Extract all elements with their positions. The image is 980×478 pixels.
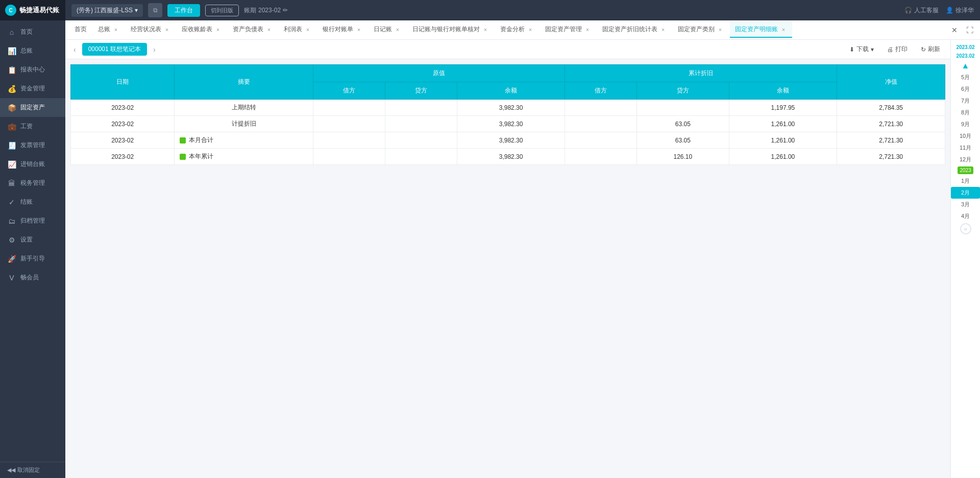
company-name: (劳务) 江西服盛-LSS xyxy=(77,6,133,15)
print-icon: 🖨 xyxy=(887,46,893,53)
refresh-button[interactable]: ↻ 刷新 xyxy=(917,43,944,56)
sidebar-item-capital[interactable]: 💰 资金管理 xyxy=(0,79,65,98)
tab-close-ledger[interactable]: × xyxy=(112,26,119,33)
workbench-button[interactable]: 工作台 xyxy=(167,4,200,17)
timeline-year-badge[interactable]: 2023 xyxy=(958,166,973,174)
cell-orig-debit-1 xyxy=(313,116,385,132)
ledger-label: 总账 xyxy=(20,46,33,55)
sidebar-item-home[interactable]: ⌂ 首页 xyxy=(0,22,65,41)
tab-profit[interactable]: 利润表× xyxy=(279,22,316,38)
settings-label: 设置 xyxy=(20,235,33,244)
sidebar-item-ledger[interactable]: 📊 总账 xyxy=(0,41,65,60)
sidebar-item-settings[interactable]: ⚙ 设置 xyxy=(0,230,65,249)
close-tab-button[interactable]: ✕ xyxy=(948,24,961,36)
sidebar-item-fixed_assets[interactable]: 📦 固定资产 xyxy=(0,98,65,117)
timeline-month-5[interactable]: 5月 xyxy=(951,71,980,83)
download-button[interactable]: ⬇ 下载 ▾ xyxy=(845,43,878,56)
sub-tab-prev-button[interactable]: ‹ xyxy=(71,44,78,55)
timeline-month-11[interactable]: 11月 xyxy=(951,142,980,154)
timeline-circle[interactable]: ○ xyxy=(960,223,971,234)
tab-home[interactable]: 首页 xyxy=(69,22,92,38)
fixed_assets-icon: 📦 xyxy=(7,104,16,112)
th-net-value: 净值 xyxy=(837,65,945,100)
archive-label: 归档管理 xyxy=(20,217,45,225)
tab-label-fixed_assets_detail: 固定资产明细账 xyxy=(735,25,778,34)
timeline-month-8[interactable]: 8月 xyxy=(951,107,980,118)
cell-orig-balance-0: 3,982.30 xyxy=(457,100,565,116)
tab-close-assets_liabilities[interactable]: × xyxy=(265,26,273,33)
tab-label-capital_analysis: 资金分析 xyxy=(500,25,525,34)
tab-close-fixed_assets_detail[interactable]: × xyxy=(780,26,787,33)
sidebar-item-vip[interactable]: V 畅会员 xyxy=(0,268,65,287)
sidebar-item-salary[interactable]: 💼 工资 xyxy=(0,117,65,136)
sidebar-item-guide[interactable]: 🚀 新手引导 xyxy=(0,249,65,268)
timeline-month-1[interactable]: 1月 xyxy=(951,175,980,187)
tab-ledger[interactable]: 总账× xyxy=(93,22,125,38)
timeline-month-4[interactable]: 4月 xyxy=(951,210,980,222)
sidebar-pin-toggle[interactable]: ◀◀ 取消固定 xyxy=(0,462,65,478)
cell-net-value-1: 2,721.30 xyxy=(837,116,945,132)
timeline-month-10[interactable]: 10月 xyxy=(951,130,980,142)
tab-label-operation: 经营状况表 xyxy=(131,25,161,34)
timeline-month-6[interactable]: 6月 xyxy=(951,83,980,95)
timeline-month-12[interactable]: 12月 xyxy=(951,154,980,165)
tab-label-receivable: 应收账龄表 xyxy=(182,25,212,34)
copy-button[interactable]: ⧉ xyxy=(148,3,162,17)
print-button[interactable]: 🖨 打印 xyxy=(883,43,912,56)
timeline-month-9[interactable]: 9月 xyxy=(951,118,980,130)
sidebar-item-archive[interactable]: 🗂 归档管理 xyxy=(0,211,65,230)
sub-tab-next-button[interactable]: › xyxy=(151,44,158,55)
tab-fixed_assets_mgmt[interactable]: 固定资产管理× xyxy=(540,22,596,38)
tab-fixed_assets_depreciation[interactable]: 固定资产折旧统计表× xyxy=(597,22,672,38)
tab-operation[interactable]: 经营状况表× xyxy=(126,22,176,38)
timeline-month-7[interactable]: 7月 xyxy=(951,95,980,107)
cell-desc-1: 计提折旧 xyxy=(175,116,313,132)
tab-journal_bank_check[interactable]: 日记账与银行对账单核对× xyxy=(407,22,494,38)
human-service-button[interactable]: 🎧 人工客服 xyxy=(904,6,939,15)
tab-close-capital_analysis[interactable]: × xyxy=(527,26,534,33)
cell-net-value-0: 2,784.35 xyxy=(837,100,945,116)
settings-icon: ⚙ xyxy=(7,236,16,244)
tab-assets_liabilities[interactable]: 资产负债表× xyxy=(228,22,278,38)
timeline-month-3[interactable]: 3月 xyxy=(951,199,980,210)
vip-icon: V xyxy=(7,274,16,282)
cell-orig-debit-2 xyxy=(313,132,385,149)
cell-accum-balance-3: 1,261.00 xyxy=(729,149,837,165)
period-edit-icon[interactable]: ✏ xyxy=(283,7,288,14)
maximize-tab-button[interactable]: ⛶ xyxy=(964,24,976,36)
sidebar-item-sales_ledger[interactable]: 📈 进销台账 xyxy=(0,155,65,174)
tab-close-bank_statement[interactable]: × xyxy=(355,26,362,33)
cell-date-0: 2023-02 xyxy=(71,100,175,116)
invoice-icon: 🧾 xyxy=(7,141,16,150)
sidebar-item-invoice[interactable]: 🧾 发票管理 xyxy=(0,136,65,155)
guide-label: 新手引导 xyxy=(20,254,45,263)
home-label: 首页 xyxy=(20,28,33,36)
tab-close-profit[interactable]: × xyxy=(304,26,311,33)
sidebar-item-reports[interactable]: 📋 报表中心 xyxy=(0,60,65,79)
switch-version-button[interactable]: 切到旧版 xyxy=(205,5,239,16)
tab-journal[interactable]: 日记账× xyxy=(369,22,406,38)
timeline-month-2[interactable]: 2月 xyxy=(951,187,980,199)
tab-bank_statement[interactable]: 银行对账单× xyxy=(317,22,368,38)
topbar: (劳务) 江西服盛-LSS ▾ ⧉ 工作台 切到旧版 账期 2023-02 ✏ … xyxy=(65,0,980,20)
company-selector[interactable]: (劳务) 江西服盛-LSS ▾ xyxy=(71,4,143,17)
fixed_assets-label: 固定资产 xyxy=(20,103,45,112)
tab-close-journal[interactable]: × xyxy=(394,26,401,33)
sidebar-item-settlement[interactable]: ✓ 结账 xyxy=(0,193,65,211)
tab-receivable[interactable]: 应收账龄表× xyxy=(177,22,227,38)
user-avatar[interactable]: 👤 徐泽华 xyxy=(946,6,974,15)
tab-close-fixed_assets_depreciation[interactable]: × xyxy=(659,26,667,33)
tab-label-fixed_assets_mgmt: 固定资产管理 xyxy=(545,25,582,34)
tab-close-fixed_assets_category[interactable]: × xyxy=(717,26,724,33)
cell-desc-0: 上期结转 xyxy=(175,100,313,116)
tab-close-receivable[interactable]: × xyxy=(214,26,222,33)
tab-close-fixed_assets_mgmt[interactable]: × xyxy=(584,26,591,33)
tab-capital_analysis[interactable]: 资金分析× xyxy=(495,22,539,38)
tab-close-journal_bank_check[interactable]: × xyxy=(482,26,489,33)
tab-fixed_assets_detail[interactable]: 固定资产明细账× xyxy=(730,22,792,38)
tab-close-operation[interactable]: × xyxy=(163,26,170,33)
timeline-up-button[interactable]: ▲ xyxy=(961,60,971,71)
sub-tab-asset-001[interactable]: 000001 联想笔记本 xyxy=(82,43,147,56)
tab-fixed_assets_category[interactable]: 固定资产类别× xyxy=(673,22,729,38)
sidebar-item-tax[interactable]: 🏛 税务管理 xyxy=(0,174,65,193)
